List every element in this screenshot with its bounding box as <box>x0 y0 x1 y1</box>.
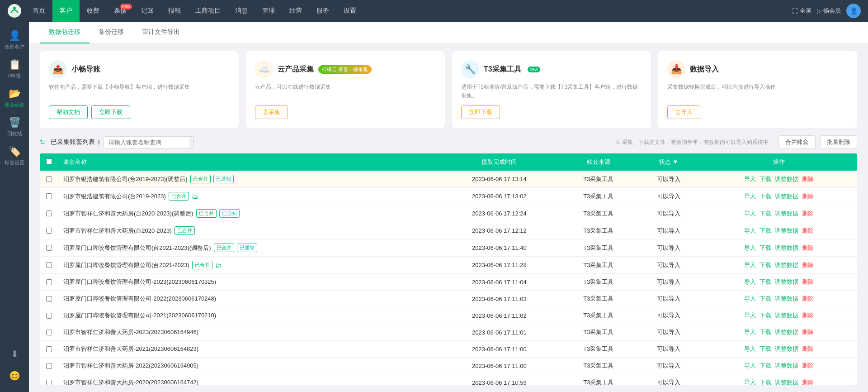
row-op-导入[interactable]: 导入 <box>744 345 756 352</box>
row-op-下载[interactable]: 下载 <box>760 227 771 234</box>
member-button[interactable]: ▷ 畅会员 <box>817 7 841 15</box>
row-op-导入[interactable]: 导入 <box>744 312 756 319</box>
row-op-下载[interactable]: 下载 <box>760 210 771 217</box>
row-op-删除[interactable]: 删除 <box>802 227 814 234</box>
row-op-导入[interactable]: 导入 <box>744 176 756 182</box>
row-op-删除[interactable]: 删除 <box>802 262 814 268</box>
tab-data-migration[interactable]: 数据包迁移 <box>40 22 90 43</box>
row-op-调整数据[interactable]: 调整数据 <box>775 227 798 234</box>
batch-delete-btn[interactable]: 批量删除 <box>820 135 857 149</box>
sidebar-item-recycle[interactable]: 🗑️ 回收站 <box>0 112 29 141</box>
row-op-下载[interactable]: 下载 <box>760 345 771 352</box>
row-op-导入[interactable]: 导入 <box>744 193 756 200</box>
row-op-下载[interactable]: 下载 <box>760 362 771 369</box>
row-op-导入[interactable]: 导入 <box>744 244 756 251</box>
row-op-导入[interactable]: 导入 <box>744 210 756 217</box>
row-op-删除[interactable]: 删除 <box>802 329 814 335</box>
row-op-下载[interactable]: 下载 <box>760 295 771 302</box>
row-op-调整数据[interactable]: 调整数据 <box>775 312 798 319</box>
row-checkbox[interactable] <box>46 245 52 251</box>
row-op-导入[interactable]: 导入 <box>744 329 756 335</box>
row-op-调整数据[interactable]: 调整数据 <box>775 176 798 182</box>
row-checkbox[interactable] <box>46 363 52 369</box>
row-op-导入[interactable]: 导入 <box>744 278 756 285</box>
nav-billing[interactable]: 收费 <box>80 0 107 22</box>
t3-download-btn[interactable]: 立即下载 <box>461 105 500 119</box>
xiaochang-help-btn[interactable]: 帮助文档 <box>49 105 88 119</box>
sidebar-item-account-migration[interactable]: 📂 账套迁移 <box>0 83 29 112</box>
row-op-调整数据[interactable]: 调整数据 <box>775 345 798 352</box>
nav-service[interactable]: 服务 <box>309 0 336 22</box>
sidebar-item-zero-report[interactable]: 📋 0申报 <box>0 54 29 83</box>
sidebar-item-tag-settings[interactable]: 🏷️ 标签设置 <box>0 141 29 170</box>
row-op-调整数据[interactable]: 调整数据 <box>775 244 798 251</box>
row-op-删除[interactable]: 删除 <box>802 176 814 182</box>
nav-tax[interactable]: 报税 <box>161 0 188 22</box>
row-op-调整数据[interactable]: 调整数据 <box>775 362 798 369</box>
sidebar-item-all-customers[interactable]: 👤 全部客户 <box>0 25 29 54</box>
row-checkbox[interactable] <box>46 210 52 216</box>
nav-operation[interactable]: 经营 <box>282 0 309 22</box>
row-checkbox[interactable] <box>46 313 52 319</box>
row-checkbox[interactable] <box>46 262 52 268</box>
nav-bookkeeping[interactable]: 记账 <box>134 0 161 22</box>
row-op-调整数据[interactable]: 调整数据 <box>775 379 798 385</box>
nav-customer[interactable]: 客户 <box>52 0 80 22</box>
row-checkbox[interactable] <box>46 228 52 234</box>
row-op-下载[interactable]: 下载 <box>760 176 771 182</box>
row-op-删除[interactable]: 删除 <box>802 362 814 369</box>
row-op-调整数据[interactable]: 调整数据 <box>775 210 798 217</box>
row-checkbox[interactable] <box>46 380 52 385</box>
row-op-删除[interactable]: 删除 <box>802 244 814 251</box>
import-goto-btn[interactable]: 去导入 <box>667 105 700 119</box>
row-op-删除[interactable]: 删除 <box>802 312 814 319</box>
row-op-下载[interactable]: 下载 <box>760 262 771 268</box>
row-op-导入[interactable]: 导入 <box>744 362 756 369</box>
row-op-导入[interactable]: 导入 <box>744 262 756 268</box>
row-op-调整数据[interactable]: 调整数据 <box>775 193 798 200</box>
row-op-删除[interactable]: 删除 <box>802 210 814 217</box>
row-op-下载[interactable]: 下载 <box>760 244 771 251</box>
nav-settings[interactable]: 设置 <box>336 0 363 22</box>
nav-invoice[interactable]: 票据 new <box>107 0 134 22</box>
sidebar-help-icon[interactable]: 😊 <box>5 367 24 385</box>
row-checkbox[interactable] <box>46 193 52 199</box>
row-op-下载[interactable]: 下载 <box>760 329 771 335</box>
row-op-删除[interactable]: 删除 <box>802 345 814 352</box>
cloud-collect-btn[interactable]: 去采集 <box>255 105 288 119</box>
row-op-调整数据[interactable]: 调整数据 <box>775 295 798 302</box>
row-op-导入[interactable]: 导入 <box>744 227 756 234</box>
nav-manage[interactable]: 管理 <box>255 0 282 22</box>
row-op-下载[interactable]: 下载 <box>760 278 771 285</box>
row-op-下载[interactable]: 下载 <box>760 193 771 200</box>
nav-message[interactable]: 消息 <box>228 0 255 22</box>
merge-accounts-btn[interactable]: 合并账套 <box>778 135 816 149</box>
search-icon[interactable]: 🔍 <box>189 137 194 148</box>
row-op-导入[interactable]: 导入 <box>744 379 756 385</box>
nav-business[interactable]: 工商项目 <box>188 0 228 22</box>
row-op-删除[interactable]: 删除 <box>802 193 814 200</box>
tab-backup-migration[interactable]: 备份迁移 <box>90 22 133 43</box>
row-op-调整数据[interactable]: 调整数据 <box>775 278 798 285</box>
select-all-checkbox[interactable] <box>46 158 52 164</box>
search-input[interactable] <box>104 137 189 148</box>
row-op-调整数据[interactable]: 调整数据 <box>775 329 798 335</box>
nav-home[interactable]: 首页 <box>25 0 52 22</box>
row-checkbox[interactable] <box>46 279 52 285</box>
refresh-icon[interactable]: ↻ <box>40 139 45 146</box>
sidebar-download-icon[interactable]: ⬇ <box>5 345 24 363</box>
row-op-删除[interactable]: 删除 <box>802 379 814 385</box>
xiaochang-download-btn[interactable]: 立即下载 <box>91 105 130 119</box>
app-logo[interactable] <box>4 0 25 22</box>
row-op-删除[interactable]: 删除 <box>802 278 814 285</box>
row-op-导入[interactable]: 导入 <box>744 295 756 302</box>
row-op-调整数据[interactable]: 调整数据 <box>775 262 798 268</box>
row-op-删除[interactable]: 删除 <box>802 295 814 302</box>
tab-audit-export[interactable]: 审计文件导出 <box>133 22 189 43</box>
row-checkbox[interactable] <box>46 296 52 302</box>
list-info-icon[interactable]: ℹ <box>98 139 100 146</box>
row-checkbox[interactable] <box>46 330 52 335</box>
row-op-下载[interactable]: 下载 <box>760 379 771 385</box>
user-avatar[interactable]: 👤 <box>846 4 861 18</box>
row-op-下载[interactable]: 下载 <box>760 312 771 319</box>
